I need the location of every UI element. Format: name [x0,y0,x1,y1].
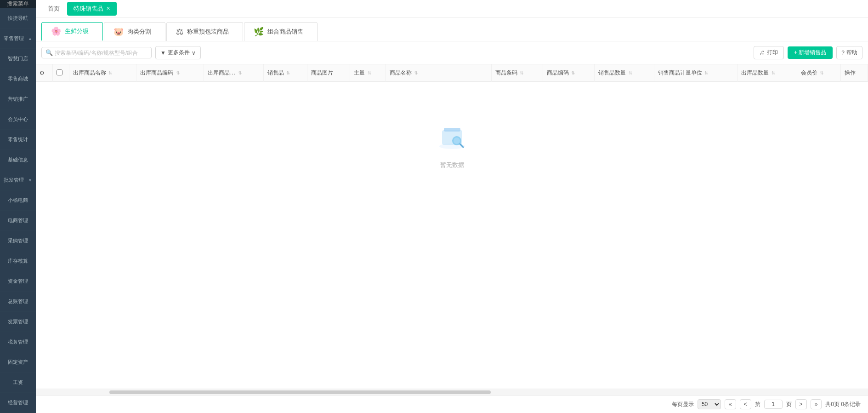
sidebar-item-quick-nav[interactable]: 快捷导航 [0,8,36,29]
cat-tab-weight-pack[interactable]: ⚖ 称重预包装商品 [166,22,243,41]
sidebar-item-inventory[interactable]: 库存核算 [0,251,36,271]
select-all-checkbox[interactable] [57,69,62,75]
sort-icon[interactable]: ⇅ [820,70,823,75]
help-icon: ? [841,50,845,56]
th-out-product-more: 出库商品… ⇅ [204,64,264,82]
sidebar-item-wages[interactable]: 工资 [0,373,36,393]
search-input[interactable] [55,50,148,56]
wages-label: 工资 [13,379,23,386]
sort-icon[interactable]: ⇅ [629,70,632,75]
sidebar-item-marketing[interactable]: 营销推广 [0,89,36,109]
th-sale-product: 销售品 ⇅ [263,64,307,82]
gear-col-icon: ⚙ [40,70,45,76]
tab-close-icon[interactable]: ✕ [106,6,110,11]
toolbar: 🔍 ▼ 更多条件 ∨ 🖨 打印 + 新增销售品 [36,41,868,64]
mini-ecomm-label: 小畅电商 [8,197,28,204]
page-label: 第 [755,401,760,408]
empty-icon [434,119,471,155]
th-gear[interactable]: ⚙ [36,64,52,82]
table-header-row: ⚙ 出库商品名称 ⇅ 出库商品编码 ⇅ [36,64,868,82]
h-scrollbar[interactable] [36,389,868,395]
basic-info-label: 基础信息 [8,156,28,163]
sidebar-item-retail-mgmt[interactable]: 零售管理 ▲ [0,29,36,49]
sidebar-item-wholesale-mgmt[interactable]: 批发管理 ▼ [0,170,36,190]
sort-icon[interactable]: ⇅ [286,70,290,75]
th-member-price: 会员价 ⇅ [797,64,840,82]
help-label: 帮助 [846,49,857,57]
top-tabs: 首页 特殊销售品 ✕ [36,0,868,17]
ecomm-mgmt-label: 电商管理 [8,217,28,224]
filter-label: 更多条件 [168,49,190,57]
sidebar-item-mini-ecomm[interactable]: 小畅电商 [0,190,36,211]
next-page-button[interactable]: > [795,399,807,409]
svg-rect-2 [444,128,460,132]
sidebar-item-tax-mgmt[interactable]: 税务管理 [0,332,36,352]
sidebar-item-fixed-assets[interactable]: 固定资产 [0,352,36,373]
th-sale-unit: 销售商品计量单位 ⇅ [654,64,738,82]
th-main-quantity: 主量 ⇅ [350,64,386,82]
cat-tab-fresh-grade[interactable]: 🌸 生鲜分级 [41,22,103,41]
print-button[interactable]: 🖨 打印 [754,46,784,59]
th-checkbox[interactable] [52,64,69,82]
active-tab-label: 特殊销售品 [74,5,103,13]
first-page-button[interactable]: « [725,399,736,409]
sort-icon[interactable]: ⇅ [108,70,112,75]
page-input[interactable] [764,400,783,409]
sort-icon[interactable]: ⇅ [368,70,371,75]
search-box[interactable]: 🔍 [41,47,152,58]
sidebar-item-retail-stats[interactable]: 零售统计 [0,130,36,150]
purchase-mgmt-label: 采购管理 [8,237,28,244]
sort-icon[interactable]: ⇅ [238,70,242,75]
svg-point-5 [454,138,460,144]
empty-text: 暂无数据 [440,161,464,169]
per-page-select[interactable]: 50 10 20 100 [698,399,721,409]
print-label: 打印 [767,49,778,57]
main-content: 首页 特殊销售品 ✕ 🌸 生鲜分级 🐷 肉类分割 ⚖ [36,0,868,413]
filter-icon: ▼ [160,50,166,56]
sidebar-logo: 搜索菜单 [0,0,36,8]
sidebar-item-retail-mall[interactable]: 零售商城 [0,69,36,89]
sidebar-item-account-mgmt[interactable]: 总账管理 [0,292,36,312]
combo-sales-label: 组合商品销售 [267,28,303,36]
sort-icon[interactable]: ⇅ [772,70,775,75]
new-sale-button[interactable]: + 新增销售品 [788,46,833,59]
filter-arrow-icon: ∨ [192,50,196,56]
th-operations: 操作 [841,64,868,82]
sort-icon[interactable]: ⇅ [414,70,418,75]
sidebar-item-ops-mgmt[interactable]: 经营管理 [0,393,36,413]
sidebar-item-member-center[interactable]: 会员中心 [0,109,36,130]
th-product-barcode: 商品条码 ⇅ [491,64,543,82]
sidebar-item-ecomm-mgmt[interactable]: 电商管理 [0,211,36,231]
retail-mgmt-label: 零售管理 [4,35,24,42]
sidebar-item-invoice-mgmt[interactable]: 发票管理 [0,312,36,332]
invoice-mgmt-label: 发票管理 [8,318,28,325]
sidebar-item-capital-mgmt[interactable]: 资金管理 [0,271,36,292]
page-unit: 页 [786,401,792,408]
tax-mgmt-label: 税务管理 [8,338,28,345]
sidebar-item-smart-store[interactable]: 智慧门店 [0,49,36,69]
wholesale-mgmt-arrow: ▼ [28,178,32,183]
cat-tab-combo-sales[interactable]: 🌿 组合商品销售 [244,22,318,41]
sidebar-item-basic-info[interactable]: 基础信息 [0,150,36,170]
help-button[interactable]: ? 帮助 [836,46,862,59]
last-page-button[interactable]: » [811,399,822,409]
sidebar-item-purchase-mgmt[interactable]: 采购管理 [0,231,36,251]
sidebar: 搜索菜单 快捷导航 零售管理 ▲ 智慧门店 零售商城 营销推广 会员中心 零售统… [0,0,36,413]
sort-icon[interactable]: ⇅ [704,70,708,75]
tab-home[interactable]: 首页 [41,2,66,16]
th-out-product-code: 出库商品编码 ⇅ [136,64,204,82]
th-product-image: 商品图片 [307,64,350,82]
prev-page-button[interactable]: < [740,399,751,409]
wholesale-mgmt-label: 批发管理 [4,177,24,184]
h-scrollbar-thumb[interactable] [109,390,491,394]
filter-button[interactable]: ▼ 更多条件 ∨ [155,46,201,59]
category-tabs: 🌸 生鲜分级 🐷 肉类分割 ⚖ 称重预包装商品 🌿 组合商品销售 [36,17,868,41]
th-sale-qty: 销售品数量 ⇅ [595,64,654,82]
sort-icon[interactable]: ⇅ [520,70,523,75]
sort-icon[interactable]: ⇅ [176,70,180,75]
tab-special-sales[interactable]: 特殊销售品 ✕ [67,2,117,16]
th-out-product-name: 出库商品名称 ⇅ [69,64,136,82]
weight-pack-label: 称重预包装商品 [187,28,229,36]
cat-tab-meat-cut[interactable]: 🐷 肉类分割 [104,22,165,41]
sort-icon[interactable]: ⇅ [571,70,575,75]
